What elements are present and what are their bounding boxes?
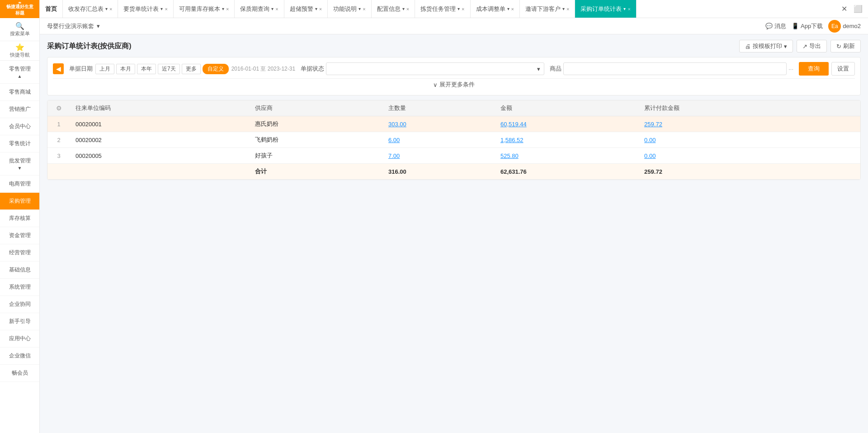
row-no: 2: [47, 132, 70, 148]
sidebar-item-member-center[interactable]: 会员中心: [0, 118, 39, 135]
amount-link[interactable]: 525.80: [500, 152, 519, 159]
close-icon[interactable]: ×: [627, 6, 630, 12]
qty-link[interactable]: 7.00: [388, 152, 400, 159]
sidebar-item-inventory-check[interactable]: 库存核算: [0, 210, 39, 227]
app-logo: 畅捷通好生意 标题: [0, 0, 39, 18]
close-icon[interactable]: ×: [165, 6, 167, 12]
paid-link[interactable]: 259.72: [644, 121, 662, 128]
close-icon[interactable]: ×: [319, 6, 322, 12]
tab-home[interactable]: 首页: [40, 0, 63, 18]
app-download-btn[interactable]: 📱 App下载: [792, 22, 823, 30]
close-icon[interactable]: ×: [275, 6, 278, 12]
this-year-btn[interactable]: 本年: [137, 64, 156, 74]
row-extra: [818, 116, 860, 132]
chevron-down-icon: ▾: [271, 6, 274, 11]
message-btn[interactable]: 💬 消息: [765, 22, 786, 30]
close-icon[interactable]: ×: [462, 6, 464, 12]
qty-link[interactable]: 6.00: [388, 137, 400, 143]
sidebar-item-retail-store[interactable]: 零售商城: [0, 84, 39, 101]
close-icon[interactable]: ×: [109, 6, 112, 12]
secondary-header: 母婴行业演示账套 ▾ 💬 消息 📱 App下载 Ea demo2: [40, 18, 868, 34]
quick-nav[interactable]: ⭐ 快捷导航: [0, 41, 39, 61]
tab-available-stock[interactable]: 可用量库存账本 ▾ ×: [174, 0, 235, 18]
more-filters-button[interactable]: ∨ 展开更多条件: [53, 78, 855, 90]
window-close-button[interactable]: ✕: [840, 3, 849, 15]
sidebar-item-retail-stats[interactable]: 零售统计: [0, 135, 39, 152]
tab-purchase-stats[interactable]: 要货单统计表 ▾ ×: [118, 0, 173, 18]
last-month-btn[interactable]: 上月: [95, 64, 114, 74]
col-settings[interactable]: ⚙: [47, 100, 70, 116]
row-main-qty: 7.00: [383, 148, 495, 164]
sidebar-item-member[interactable]: 畅会员: [0, 365, 39, 382]
export-button[interactable]: ↗ 导出: [797, 40, 827, 52]
sidebar-item-label: 批发管理: [9, 157, 31, 165]
paid-link[interactable]: 0.00: [644, 152, 656, 159]
amount-link[interactable]: 1,586.52: [500, 137, 524, 143]
sidebar-item-basic-info[interactable]: 基础信息: [0, 262, 39, 279]
tab-config-info[interactable]: 配置信息 ▾ ×: [372, 0, 415, 18]
this-month-btn[interactable]: 本月: [116, 64, 135, 74]
tab-function-desc[interactable]: 功能说明 ▾ ×: [328, 0, 371, 18]
query-button[interactable]: 查询: [799, 62, 829, 76]
last-7-days-btn[interactable]: 近7天: [158, 64, 180, 74]
close-icon[interactable]: ×: [363, 6, 365, 12]
close-icon[interactable]: ×: [226, 6, 229, 12]
export-label: 导出: [809, 42, 821, 50]
tab-invite-downstream[interactable]: 邀请下游客户 ▾ ×: [520, 0, 575, 18]
tab-purchase-order-stats[interactable]: 采购订单统计表 ▾ ×: [575, 0, 636, 18]
sidebar-item-enterprise-wechat[interactable]: 企业微信: [0, 347, 39, 365]
message-icon: 💬: [765, 23, 773, 29]
close-icon[interactable]: ×: [406, 6, 409, 12]
product-input[interactable]: [563, 62, 787, 75]
sidebar-item-purchase-mgmt[interactable]: 采购管理: [0, 193, 39, 210]
tab-purchase-order-stats-label: 采购订单统计表: [580, 5, 622, 13]
sidebar-item-label: 电商管理: [9, 180, 31, 188]
status-select[interactable]: ▾: [326, 62, 544, 75]
refresh-icon: ↻: [836, 43, 841, 50]
filter-toggle-button[interactable]: ◀: [53, 63, 64, 74]
col-supplier: 供应商: [250, 100, 383, 116]
sidebar-item-ecommerce-mgmt[interactable]: 电商管理: [0, 176, 39, 193]
chevron-down-icon: ▾: [222, 6, 224, 11]
window-maximize-button[interactable]: ⬜: [852, 3, 864, 15]
settings-button[interactable]: 设置: [831, 62, 855, 76]
sidebar-item-capital-mgmt[interactable]: 资金管理: [0, 227, 39, 244]
sidebar-item-system-mgmt[interactable]: 系统管理: [0, 279, 39, 296]
sidebar-item-enterprise-collab[interactable]: 企业协同: [0, 296, 39, 313]
settings-icon[interactable]: ⚙: [56, 105, 62, 112]
page-actions: 🖨 按模板打印 ▾ ↗ 导出 ↻ 刷新: [739, 40, 861, 52]
search-menu[interactable]: 🔍 搜索菜单: [0, 18, 39, 41]
more-icon[interactable]: ···: [788, 66, 793, 72]
more-dates-btn[interactable]: 更多: [182, 64, 201, 74]
sidebar: 畅捷通好生意 标题 🔍 搜索菜单 ⭐ 快捷导航 零售管理 ▲ 零售商城 营销推广…: [0, 0, 40, 433]
col-paid-amount: 累计付款金额: [639, 100, 818, 116]
close-icon[interactable]: ×: [511, 6, 514, 12]
page-header: 采购订单统计表(按供应商) 🖨 按模板打印 ▾ ↗ 导出 ↻ 刷新: [47, 40, 861, 52]
refresh-button[interactable]: ↻ 刷新: [830, 40, 861, 52]
chevron-down-icon: ▾: [458, 6, 460, 11]
col-amount: 金额: [495, 100, 639, 116]
tab-cost-adjust[interactable]: 成本调整单 ▾ ×: [471, 0, 520, 18]
sidebar-item-retail-mgmt[interactable]: 零售管理 ▲: [0, 61, 39, 84]
row-paid-amount: 0.00: [639, 132, 818, 148]
amount-link[interactable]: 60,519.44: [500, 121, 527, 128]
paid-link[interactable]: 0.00: [644, 137, 656, 143]
tab-pickup-task[interactable]: 拣货任务管理 ▾ ×: [415, 0, 470, 18]
sidebar-item-new-guide[interactable]: 新手引导: [0, 313, 39, 330]
footer-label: [70, 164, 250, 180]
close-icon[interactable]: ×: [566, 6, 569, 12]
tab-collect-send[interactable]: 收发存汇总表 ▾ ×: [63, 0, 118, 18]
tab-shelf-life[interactable]: 保质期查询 ▾ ×: [235, 0, 284, 18]
custom-date-btn[interactable]: 自定义: [203, 64, 229, 74]
print-button[interactable]: 🖨 按模板打印 ▾: [739, 40, 793, 52]
workspace-selector[interactable]: 母婴行业演示账套 ▾: [47, 22, 100, 30]
sidebar-item-marketing[interactable]: 营销推广: [0, 101, 39, 118]
window-actions: ✕ ⬜: [836, 3, 868, 15]
sidebar-item-app-center[interactable]: 应用中心: [0, 330, 39, 347]
sidebar-item-wholesale-mgmt[interactable]: 批发管理 ▼: [0, 152, 39, 176]
user-profile-btn[interactable]: Ea demo2: [828, 20, 861, 33]
qty-link[interactable]: 303.00: [388, 121, 406, 128]
tab-overstock-alert[interactable]: 超储预警 ▾ ×: [284, 0, 328, 18]
logo-subtitle: 标题: [15, 10, 24, 16]
sidebar-item-operations-mgmt[interactable]: 经营管理: [0, 244, 39, 262]
